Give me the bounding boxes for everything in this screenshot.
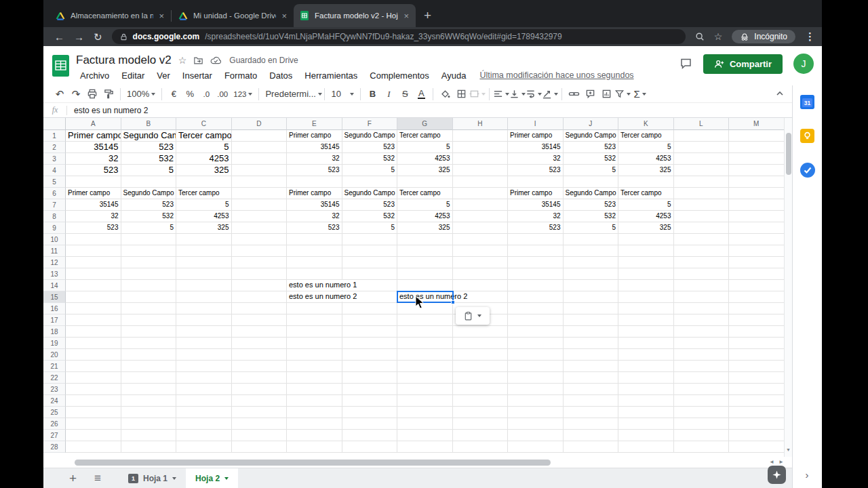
browser-tab-1[interactable]: Almacenamiento en la nube pa× <box>49 4 171 27</box>
menu-complementos[interactable]: Complementos <box>367 70 431 81</box>
cell-A18[interactable] <box>66 326 121 338</box>
cell-L10[interactable] <box>674 234 730 245</box>
cell-I21[interactable] <box>508 361 564 372</box>
undo-icon[interactable]: ↶ <box>52 87 68 102</box>
cell-G12[interactable] <box>397 257 453 268</box>
cell-I28[interactable] <box>508 441 564 453</box>
cell-I5[interactable] <box>508 176 564 188</box>
cell-C11[interactable] <box>176 245 232 257</box>
cell-D11[interactable] <box>232 245 288 257</box>
cell-C7[interactable]: 5 <box>176 199 232 211</box>
cell-F16[interactable] <box>342 303 398 314</box>
cell-K25[interactable] <box>618 407 674 418</box>
cell-L5[interactable] <box>674 176 730 188</box>
cell-E11[interactable] <box>287 245 342 257</box>
column-header-F[interactable]: F <box>342 118 398 130</box>
cell-H10[interactable] <box>453 234 509 245</box>
share-button[interactable]: Compartir <box>703 54 783 74</box>
cell-A11[interactable] <box>66 245 121 257</box>
cell-B4[interactable]: 5 <box>121 165 177 176</box>
scroll-left-icon[interactable]: ◄ <box>769 459 774 465</box>
cell-I1[interactable]: Primer campo <box>508 130 564 142</box>
cell-M25[interactable] <box>729 407 785 418</box>
cell-L19[interactable] <box>674 338 730 349</box>
cell-G6[interactable]: Tercer campo <box>397 188 453 199</box>
cell-L6[interactable] <box>674 188 730 199</box>
cell-L28[interactable] <box>674 441 730 453</box>
cell-A23[interactable] <box>66 384 121 395</box>
cell-G1[interactable]: Tercer campo <box>397 130 453 142</box>
cell-M9[interactable] <box>729 222 785 234</box>
cell-D4[interactable] <box>232 165 288 176</box>
cell-B8[interactable]: 532 <box>121 211 177 222</box>
cell-H21[interactable] <box>453 361 509 372</box>
cell-L21[interactable] <box>674 361 730 372</box>
paste-options-popup[interactable] <box>456 307 490 325</box>
cell-J20[interactable] <box>564 349 619 361</box>
cell-H3[interactable] <box>453 153 509 165</box>
cell-A26[interactable] <box>66 418 121 430</box>
cell-K14[interactable] <box>618 280 674 291</box>
cell-D17[interactable] <box>232 314 288 326</box>
cell-K17[interactable] <box>618 314 674 326</box>
cell-I4[interactable]: 523 <box>508 165 564 176</box>
cell-J8[interactable]: 532 <box>564 211 619 222</box>
cell-G15[interactable]: esto es un numero 2 <box>397 291 453 303</box>
cell-M16[interactable] <box>729 303 785 314</box>
cell-H26[interactable] <box>453 418 509 430</box>
tab-close-icon[interactable]: × <box>159 11 164 21</box>
cell-G27[interactable] <box>397 430 453 441</box>
cell-G2[interactable]: 5 <box>397 142 453 153</box>
cell-F13[interactable] <box>342 268 398 280</box>
cell-F26[interactable] <box>342 418 398 430</box>
cell-L20[interactable] <box>674 349 730 361</box>
cell-G7[interactable]: 5 <box>397 199 453 211</box>
cell-J13[interactable] <box>564 268 619 280</box>
cell-K1[interactable]: Tercer campo <box>618 130 674 142</box>
cell-C25[interactable] <box>176 407 232 418</box>
cell-E8[interactable]: 32 <box>287 211 342 222</box>
cell-L1[interactable] <box>674 130 730 142</box>
cell-C12[interactable] <box>176 257 232 268</box>
cell-F23[interactable] <box>342 384 398 395</box>
cell-B12[interactable] <box>121 257 177 268</box>
cell-D23[interactable] <box>232 384 288 395</box>
column-header-C[interactable]: C <box>176 118 232 130</box>
cell-I12[interactable] <box>508 257 564 268</box>
column-header-L[interactable]: L <box>674 118 730 130</box>
cell-E5[interactable] <box>287 176 342 188</box>
cell-L16[interactable] <box>674 303 730 314</box>
row-header-19[interactable]: 19 <box>43 338 66 349</box>
cell-F12[interactable] <box>342 257 398 268</box>
row-header-16[interactable]: 16 <box>43 303 66 314</box>
cell-G3[interactable]: 4253 <box>397 153 453 165</box>
cell-M15[interactable] <box>729 291 785 303</box>
browser-menu-icon[interactable]: ⋮ <box>805 30 815 43</box>
cell-G18[interactable] <box>397 326 453 338</box>
cell-H13[interactable] <box>453 268 509 280</box>
cell-E10[interactable] <box>287 234 342 245</box>
cell-A16[interactable] <box>66 303 121 314</box>
column-header-G[interactable]: G <box>397 118 453 130</box>
cell-I23[interactable] <box>508 384 564 395</box>
menu-editar[interactable]: Editar <box>119 70 147 81</box>
cell-L8[interactable] <box>674 211 730 222</box>
cell-A22[interactable] <box>66 372 121 384</box>
cell-J25[interactable] <box>564 407 619 418</box>
cell-F3[interactable]: 532 <box>342 153 398 165</box>
cell-G11[interactable] <box>397 245 453 257</box>
cell-A17[interactable] <box>66 314 121 326</box>
new-tab-button[interactable]: + <box>424 9 431 22</box>
cell-A5[interactable] <box>66 176 121 188</box>
cell-I22[interactable] <box>508 372 564 384</box>
cell-J28[interactable] <box>564 441 619 453</box>
cell-E23[interactable] <box>287 384 342 395</box>
cell-H5[interactable] <box>453 176 509 188</box>
cell-D24[interactable] <box>232 395 288 407</box>
cell-C6[interactable]: Tercer campo <box>176 188 232 199</box>
cell-A6[interactable]: Primer campo <box>66 188 121 199</box>
column-header-E[interactable]: E <box>287 118 342 130</box>
column-header-D[interactable]: D <box>232 118 288 130</box>
row-header-1[interactable]: 1 <box>43 130 66 142</box>
cell-K11[interactable] <box>618 245 674 257</box>
